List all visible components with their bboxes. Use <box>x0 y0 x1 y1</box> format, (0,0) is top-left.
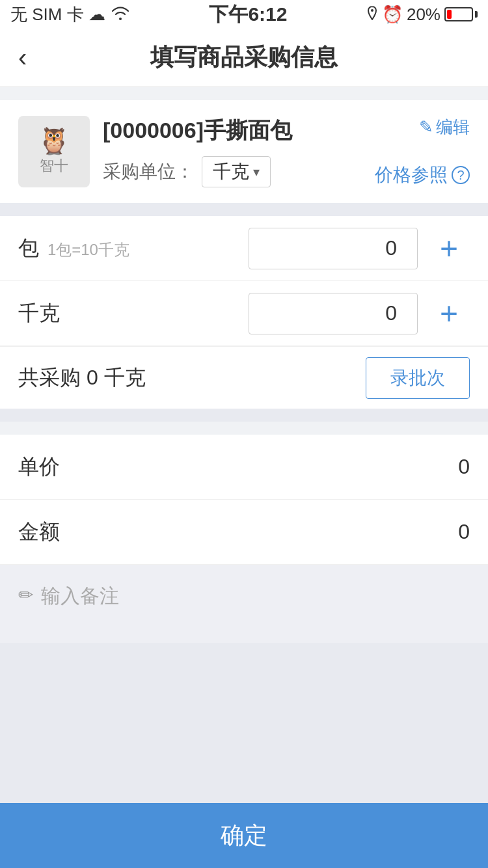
bao-quantity-input[interactable] <box>249 228 418 269</box>
section-separator <box>0 203 488 216</box>
amount-label: 金额 <box>18 518 60 547</box>
unit-value: 千克 <box>213 159 249 184</box>
page-title: 填写商品采购信息 <box>150 42 338 74</box>
amount-value: 0 <box>458 520 470 544</box>
price-ref-label: 价格参照 <box>375 163 448 187</box>
wifi-icon <box>111 5 130 25</box>
price-section: 单价 0 金额 0 <box>0 435 488 565</box>
price-reference-button[interactable]: 价格参照 ? <box>375 163 470 187</box>
product-name: [0000006]手撕面包 <box>103 116 470 146</box>
edit-icon: ✎ <box>419 117 433 137</box>
unit-price-value: 0 <box>458 455 470 479</box>
kg-field: + <box>96 293 470 334</box>
pencil-icon: ✏ <box>18 584 33 606</box>
chevron-down-icon: ▾ <box>253 164 260 180</box>
battery-indicator <box>444 7 478 21</box>
sim-label: 无 SIM 卡 ☁ <box>10 3 105 26</box>
unit-price-row: 单价 0 <box>0 435 488 500</box>
location-icon <box>366 5 378 25</box>
status-bar: 无 SIM 卡 ☁ 下午6:12 ⏰ 20% <box>0 0 488 29</box>
amount-row: 金额 0 <box>0 500 488 565</box>
edit-label: 编辑 <box>436 116 470 139</box>
remark-section[interactable]: ✏ 输入备注 <box>0 565 488 643</box>
bao-label: 包 1包=10千克 <box>18 234 129 263</box>
edit-button[interactable]: ✎ 编辑 <box>419 116 470 139</box>
section-separator-2 <box>0 409 488 422</box>
unit-select[interactable]: 千克 ▾ <box>202 156 271 187</box>
bao-field: + <box>129 228 470 269</box>
input-section: 包 1包=10千克 + 千克 + 共采购 0 千克 录批次 <box>0 216 488 409</box>
status-right: ⏰ 20% <box>366 5 478 25</box>
product-card: 🦉 智十 [0000006]手撕面包 采购单位： 千克 ▾ ✎ 编辑 价格参照 … <box>0 100 488 203</box>
unit-label: 采购单位： <box>103 159 194 184</box>
nav-bar: ‹ 填写商品采购信息 <box>0 29 488 87</box>
bao-label-text: 包 <box>18 236 39 260</box>
confirm-button[interactable]: 确定 <box>0 803 488 868</box>
product-thumb-owl: 🦉 <box>38 128 70 154</box>
total-text: 共采购 0 千克 <box>18 364 146 392</box>
back-button[interactable]: ‹ <box>18 43 27 72</box>
kg-label-text: 千克 <box>18 301 60 325</box>
total-row: 共采购 0 千克 录批次 <box>0 346 488 409</box>
svg-point-0 <box>371 9 373 12</box>
kg-plus-button[interactable]: + <box>428 293 470 334</box>
bao-input-row: 包 1包=10千克 + <box>0 216 488 281</box>
info-icon: ? <box>452 166 470 184</box>
status-time: 下午6:12 <box>209 1 287 28</box>
status-left: 无 SIM 卡 ☁ <box>10 3 130 26</box>
batch-button[interactable]: 录批次 <box>366 357 470 399</box>
alarm-icon: ⏰ <box>382 5 403 25</box>
remark-placeholder: 输入备注 <box>41 583 119 610</box>
kg-input-row: 千克 + <box>0 281 488 346</box>
bao-sublabel: 1包=10千克 <box>47 241 129 258</box>
unit-price-label: 单价 <box>18 453 60 481</box>
kg-label: 千克 <box>18 299 96 328</box>
product-thumb-label: 智十 <box>40 156 68 176</box>
kg-quantity-input[interactable] <box>249 293 418 334</box>
bao-plus-button[interactable]: + <box>428 228 470 269</box>
product-thumbnail: 🦉 智十 <box>18 116 90 187</box>
battery-percent: 20% <box>407 5 441 25</box>
